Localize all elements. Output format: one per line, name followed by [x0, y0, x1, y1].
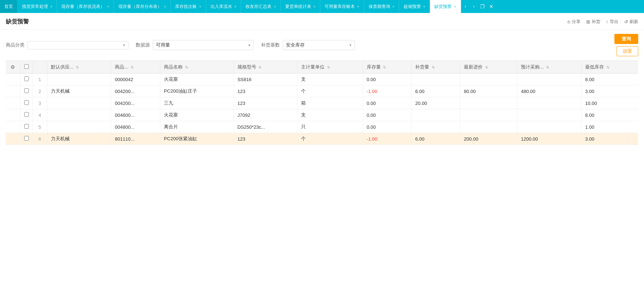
tab-prev-btn[interactable]: ‹: [461, 0, 470, 13]
row-stock-4: 0.00: [363, 121, 412, 133]
settings-button[interactable]: 设置: [617, 46, 638, 56]
latest-price-sort-icon[interactable]: ⇅: [485, 65, 488, 69]
tab-close-available-stock[interactable]: ×: [357, 4, 359, 9]
row-settings-3: [6, 109, 20, 121]
column-min-stock: 最低库存 ⇅: [582, 61, 638, 74]
row-replenish-qty-5: 6.00: [412, 133, 460, 145]
table-settings-gear-icon[interactable]: ⚙: [9, 64, 17, 70]
product-code-sort-icon[interactable]: ⇅: [131, 65, 134, 69]
refresh-button[interactable]: ↺ 刷新: [624, 19, 638, 25]
tab-order-stats[interactable]: 要货单统计表 ×: [281, 0, 320, 13]
tab-inout-flow[interactable]: 出入库流水 ×: [206, 0, 241, 13]
unit-sort-icon[interactable]: ⇅: [327, 65, 330, 69]
row-product-name-3: 火花塞: [160, 109, 234, 121]
row-min-stock-3: 8.00: [582, 109, 638, 121]
product-name-sort-icon[interactable]: ⇅: [185, 65, 188, 69]
tab-close-expiry[interactable]: ×: [392, 4, 395, 9]
row-num-3: 4: [32, 109, 47, 121]
replenish-button[interactable]: ⊞ 补货: [586, 19, 600, 25]
row-product-name-5: PC200张紧油缸: [160, 133, 234, 145]
row-checkbox-1[interactable]: [20, 85, 32, 97]
tab-overstock[interactable]: 超储预警 ×: [399, 0, 430, 13]
tab-stock-batch[interactable]: 库存批次账 ×: [171, 0, 206, 13]
query-button[interactable]: 查询: [614, 34, 638, 44]
row-settings-4: [6, 121, 20, 133]
row-select-checkbox-4[interactable]: [24, 124, 29, 129]
row-estimated-purchase-0: [517, 74, 582, 85]
table-wrapper: ⚙ 默认供应... ⇅ 商品... ⇅ 商品名称: [0, 61, 644, 145]
row-replenish-qty-1: 6.00: [412, 85, 460, 97]
tab-stock-status[interactable]: 现存量（库存状况表） ×: [57, 0, 114, 13]
tab-expiry[interactable]: 保质期查询 ×: [364, 0, 399, 13]
stock-sort-icon[interactable]: ⇅: [383, 65, 386, 69]
row-estimated-purchase-2: [517, 97, 582, 109]
min-stock-sort-icon[interactable]: ⇅: [606, 65, 609, 69]
tab-summary[interactable]: 收发存汇总表 ×: [241, 0, 280, 13]
export-button[interactable]: ↑ 导出: [606, 19, 619, 25]
tab-close-win-btn[interactable]: ✕: [487, 0, 496, 13]
column-replenish-qty: 补货量 ⇅: [412, 61, 460, 74]
row-checkbox-4[interactable]: [20, 121, 32, 133]
column-spec: 规格型号 ⇅: [234, 61, 297, 74]
row-unit-5: 个: [297, 133, 363, 145]
tab-close-stock-distribution[interactable]: ×: [164, 4, 166, 9]
row-spec-3: J7092: [234, 109, 297, 121]
tab-close-stock-batch[interactable]: ×: [199, 4, 201, 9]
tab-home[interactable]: 首页: [0, 0, 18, 13]
export-icon: ↑: [606, 19, 609, 25]
tab-next-btn[interactable]: ›: [470, 0, 478, 13]
row-checkbox-0[interactable]: [20, 74, 32, 85]
row-select-checkbox-0[interactable]: [24, 76, 29, 81]
row-num-4: 5: [32, 121, 47, 133]
tab-close-picking-exception[interactable]: ×: [50, 4, 52, 9]
tab-close-overstock[interactable]: ×: [423, 4, 425, 9]
row-num-2: 3: [32, 97, 47, 109]
tab-picking-exception[interactable]: 拣货异常处理 ×: [18, 0, 57, 13]
replenish-qty-sort-icon[interactable]: ⇅: [432, 65, 435, 69]
tab-stock-distribution[interactable]: 现存量（库存分布表） ×: [114, 0, 171, 13]
row-num-0: 1: [32, 74, 47, 85]
tab-available-stock[interactable]: 可用量库存账本 ×: [320, 0, 364, 13]
row-product-name-4: 离合片: [160, 121, 234, 133]
row-min-stock-2: 10.00: [582, 97, 638, 109]
tab-close-stock-status[interactable]: ×: [107, 4, 109, 9]
row-select-checkbox-3[interactable]: [24, 112, 29, 117]
category-label: 商品分类: [6, 42, 25, 48]
tab-close-summary[interactable]: ×: [274, 4, 276, 9]
row-select-checkbox-5[interactable]: [24, 136, 29, 141]
row-checkbox-5[interactable]: [20, 133, 32, 145]
row-select-checkbox-2[interactable]: [24, 100, 29, 105]
row-spec-0: SS816: [234, 74, 297, 85]
table-row: 1 0000042 火花塞 SS816 支 0.00 8.00: [6, 74, 638, 85]
tab-restore-btn[interactable]: ❐: [478, 0, 487, 13]
row-supplier-0: [47, 74, 111, 85]
row-spec-4: DS250*23c...: [234, 121, 297, 133]
row-supplier-2: [47, 97, 111, 109]
tab-close-inout-flow[interactable]: ×: [234, 4, 236, 9]
column-checkbox-all[interactable]: [20, 61, 32, 74]
tab-close-order-stats[interactable]: ×: [313, 4, 316, 9]
supplier-sort-icon[interactable]: ⇅: [76, 65, 79, 69]
datasource-select[interactable]: 可用量 ▾: [153, 40, 254, 50]
estimated-purchase-sort-icon[interactable]: ⇅: [546, 65, 549, 69]
row-estimated-purchase-5: 1200.00: [517, 133, 582, 145]
row-checkbox-2[interactable]: [20, 97, 32, 109]
category-select[interactable]: ▾: [27, 41, 129, 49]
tab-shortage-warning[interactable]: 缺货预警 ×: [430, 0, 461, 13]
table-header-row: ⚙ 默认供应... ⇅ 商品... ⇅ 商品名称: [6, 61, 638, 74]
spec-sort-icon[interactable]: ⇅: [258, 65, 261, 69]
column-settings[interactable]: ⚙: [6, 61, 20, 74]
row-num-5: 6: [32, 133, 47, 145]
row-checkbox-3[interactable]: [20, 109, 32, 121]
row-settings-2: [6, 97, 20, 109]
tab-close-shortage-warning[interactable]: ×: [454, 4, 456, 9]
row-select-checkbox-1[interactable]: [24, 88, 29, 93]
select-all-checkbox[interactable]: [24, 64, 29, 69]
replenish-icon: ⊞: [586, 19, 590, 25]
row-replenish-qty-0: [412, 74, 460, 85]
share-button[interactable]: ⎋ 分享: [567, 19, 580, 25]
column-num: [32, 61, 47, 74]
header-actions: ⎋ 分享 ⊞ 补货 ↑ 导出 ↺ 刷新: [567, 19, 639, 25]
replenish-base-select[interactable]: 安全库存 ▾: [283, 40, 355, 50]
row-product-code-1: 004200...: [111, 85, 160, 97]
